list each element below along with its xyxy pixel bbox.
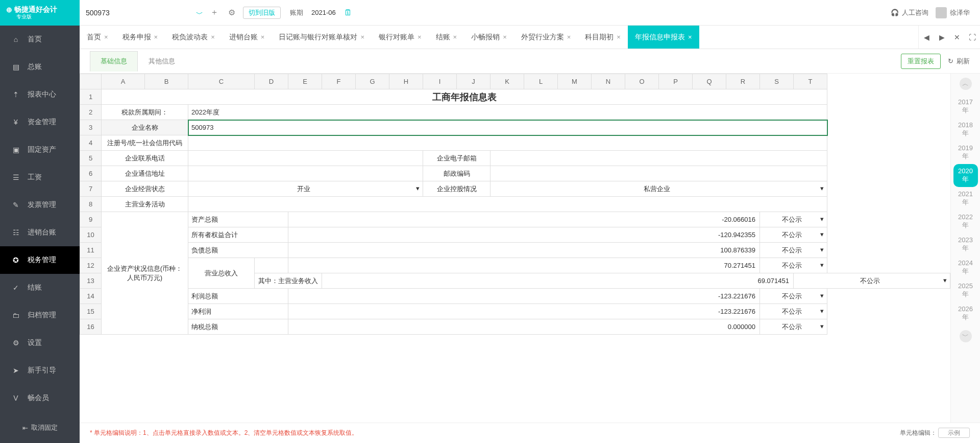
col-header[interactable]: K	[491, 74, 524, 89]
sidebar-item-6[interactable]: ✎发票管理	[0, 191, 80, 219]
col-header[interactable]: A	[102, 74, 145, 89]
sidebar-item-10[interactable]: 🗀归档管理	[0, 301, 80, 329]
col-header[interactable]	[80, 74, 102, 89]
col-header[interactable]: N	[592, 74, 625, 89]
row-header[interactable]: 4	[80, 135, 102, 151]
row-header[interactable]: 11	[80, 243, 102, 258]
tab-10[interactable]: 年报信息申报表×	[628, 26, 699, 49]
sidebar-item-8[interactable]: ✪税务管理	[0, 246, 80, 274]
postcode-value[interactable]	[491, 166, 827, 181]
tab-close-icon[interactable]: ×	[688, 33, 692, 41]
consult-link[interactable]: 🎧 人工咨询	[891, 8, 928, 17]
col-header[interactable]: D	[255, 74, 288, 89]
year-option[interactable]: 2025年	[953, 279, 978, 302]
tab-9[interactable]: 科目期初×	[578, 26, 628, 49]
holding-value[interactable]: 私营企业▾	[491, 181, 827, 197]
sidebar-item-4[interactable]: ▣固定资产	[0, 136, 80, 164]
regcode-value-cell[interactable]	[188, 135, 827, 151]
year-option[interactable]: 2021年	[953, 187, 978, 210]
tab-close-icon[interactable]: ×	[453, 33, 457, 41]
asset-row-pub[interactable]: 不公示▾	[760, 212, 827, 227]
col-header[interactable]: S	[760, 74, 794, 89]
mainbiz-value[interactable]	[188, 197, 827, 212]
sidebar-item-1[interactable]: ▤总账	[0, 53, 80, 81]
year-option[interactable]: 2024年	[953, 256, 978, 279]
col-header[interactable]: T	[794, 74, 827, 89]
email-value[interactable]	[491, 151, 827, 166]
row-header[interactable]: 14	[80, 289, 102, 304]
refresh-button[interactable]: ↻ 刷新	[948, 57, 970, 66]
tab-close-icon[interactable]: ×	[418, 33, 422, 41]
user-menu[interactable]: 徐泽华	[936, 7, 970, 18]
tab-3[interactable]: 进销台账×	[222, 26, 272, 49]
tab-2[interactable]: 税负波动表×	[165, 26, 222, 49]
row-header[interactable]: 10	[80, 227, 102, 243]
col-header[interactable]: G	[356, 74, 389, 89]
year-up-button[interactable]: ︿	[960, 78, 972, 90]
year-option[interactable]: 2017年	[953, 95, 978, 118]
year-down-button[interactable]: ﹀	[960, 330, 972, 342]
row-header[interactable]: 2	[80, 105, 102, 120]
row-header[interactable]: 5	[80, 151, 102, 166]
row-header[interactable]: 16	[80, 319, 102, 335]
subtab-basic[interactable]: 基础信息	[90, 51, 138, 72]
phone-value[interactable]	[188, 151, 423, 166]
fullscreen-button[interactable]: ⛶	[965, 26, 980, 49]
sidebar-item-2[interactable]: ⇡报表中心	[0, 81, 80, 108]
tab-close-icon[interactable]: ×	[104, 33, 108, 41]
asset-row-value[interactable]: -123.221676	[288, 289, 760, 304]
sidebar-item-11[interactable]: ⚙设置	[0, 329, 80, 357]
asset-row-pub[interactable]: 不公示▾	[760, 227, 827, 243]
col-header[interactable]: L	[524, 74, 558, 89]
company-value-cell[interactable]: 500973	[188, 120, 827, 135]
tab-close-icon[interactable]: ×	[567, 33, 571, 41]
year-option[interactable]: 2026年	[953, 302, 978, 325]
col-header[interactable]: J	[457, 74, 491, 89]
period-value[interactable]: 2021-06	[311, 9, 336, 16]
col-header[interactable]: R	[726, 74, 760, 89]
tab-6[interactable]: 结账×	[429, 26, 464, 49]
asset-row-value[interactable]: 100.876339	[288, 243, 760, 258]
example-button[interactable]: 示例	[938, 428, 970, 438]
col-header[interactable]: H	[389, 74, 423, 89]
asset-row-empty[interactable]	[255, 258, 288, 273]
col-header[interactable]: C	[188, 74, 255, 89]
asset-row-pub[interactable]: 不公示▾	[794, 273, 950, 289]
col-header[interactable]: M	[558, 74, 592, 89]
tab-close-icon[interactable]: ×	[360, 33, 364, 41]
tab-close-icon[interactable]: ×	[211, 33, 215, 41]
add-icon[interactable]: ＋	[208, 7, 220, 18]
asset-row-pub[interactable]: 不公示▾	[760, 243, 827, 258]
year-option[interactable]: 2020年	[953, 164, 978, 187]
col-header[interactable]: P	[659, 74, 693, 89]
tab-0[interactable]: 首页×	[80, 26, 115, 49]
tab-5[interactable]: 银行对账单×	[372, 26, 429, 49]
status-value[interactable]: 开业▾	[188, 181, 423, 197]
asset-row-value[interactable]: 0.000000	[288, 319, 760, 335]
row-header[interactable]: 13	[80, 273, 102, 289]
row-header[interactable]: 12	[80, 258, 102, 273]
asset-row-value[interactable]: -123.221676	[288, 304, 760, 319]
sidebar-item-3[interactable]: ¥资金管理	[0, 108, 80, 136]
tabs-next-button[interactable]: ▶	[934, 26, 949, 49]
asset-row-pub[interactable]: 不公示▾	[760, 258, 827, 273]
addr-value[interactable]	[188, 166, 423, 181]
gear-icon[interactable]: ⚙	[226, 8, 238, 17]
tab-close-icon[interactable]: ×	[503, 33, 507, 41]
spreadsheet[interactable]: ABCDEFGHIJKLMNOPQRST1工商年报信息表2税款所属期间：2022…	[80, 74, 950, 423]
col-header[interactable]: Q	[693, 74, 726, 89]
col-header[interactable]: I	[423, 74, 457, 89]
tab-4[interactable]: 日记账与银行对账单核对×	[272, 26, 372, 49]
col-header[interactable]: E	[288, 74, 322, 89]
year-option[interactable]: 2022年	[953, 210, 978, 233]
tabs-close-button[interactable]: ✕	[949, 26, 965, 49]
tabs-prev-button[interactable]: ◀	[919, 26, 934, 49]
col-header[interactable]: F	[322, 74, 356, 89]
sidebar-item-13[interactable]: V畅会员	[0, 384, 80, 412]
asset-row-pub[interactable]: 不公示▾	[760, 289, 827, 304]
tab-7[interactable]: 小畅报销×	[464, 26, 514, 49]
sidebar-item-0[interactable]: ⌂首页	[0, 26, 80, 53]
reset-report-button[interactable]: 重置报表	[901, 54, 941, 69]
tab-8[interactable]: 外贸行业方案×	[514, 26, 578, 49]
subtab-other[interactable]: 其他信息	[138, 51, 186, 72]
